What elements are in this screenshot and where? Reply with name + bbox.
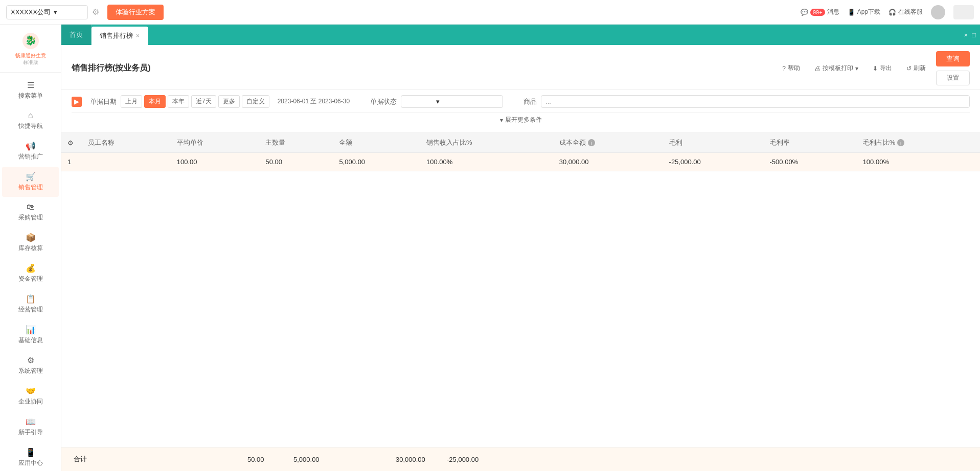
page-header: 销售排行榜(按业务员) ? 帮助 🖨 按模板打印 ▾ — [61, 45, 980, 90]
tab-home-label: 首页 — [70, 30, 83, 39]
headset-icon: 🎧 — [888, 9, 896, 16]
sidebar-item-inventory[interactable]: 📦 库存核算 — [2, 228, 59, 258]
search-menu-icon: ☰ — [27, 80, 34, 90]
th-gross-pct: 毛利占比% i — [857, 133, 980, 153]
sidebar-item-label: 基础信息 — [18, 336, 43, 345]
cell-sales-pct: 100.00% — [420, 153, 553, 171]
app-container: XXXXXX公司 ▾ ⚙ 体验行业方案 💬 99+ 消息 📱 App下载 🎧 在… — [0, 0, 980, 471]
sidebar-item-system[interactable]: ⚙ 系统管理 — [2, 350, 59, 380]
top-bar-mid: 体验行业方案 — [99, 5, 801, 20]
finance-icon: 💰 — [26, 263, 36, 273]
sidebar-item-label: 营销推广 — [18, 152, 43, 161]
filter-row: ▶ 单据日期 上月 本月 本年 近7天 更多 自定义 — [72, 95, 970, 108]
logo-sub: 标准版 — [23, 59, 38, 66]
user-name-area — [953, 5, 974, 19]
sidebar-item-finance[interactable]: 💰 资金管理 — [2, 258, 59, 288]
sidebar-item-enterprise[interactable]: 🤝 企业协同 — [2, 381, 59, 411]
period-this-year[interactable]: 本年 — [168, 95, 189, 108]
refresh-button[interactable]: ↺ 刷新 — [902, 62, 930, 75]
tab-close-icon[interactable]: × — [136, 32, 140, 39]
th-qty: 主数量 — [259, 133, 333, 153]
trial-button[interactable]: 体验行业方案 — [107, 5, 164, 20]
purchase-icon: 🛍 — [27, 203, 35, 212]
filter-area: ▶ 单据日期 上月 本月 本年 近7天 更多 自定义 — [61, 90, 980, 133]
sidebar-item-guide[interactable]: 📖 新手引导 — [2, 412, 59, 442]
expand-button[interactable]: ▾ 展开更多条件 — [500, 116, 542, 124]
app-download-area[interactable]: 📱 App下载 — [848, 8, 880, 16]
expand-icon: ▾ — [500, 117, 503, 124]
refresh-icon: ↺ — [906, 65, 911, 72]
footer-amount: 5,000.00 — [287, 453, 333, 466]
tab-sales-ranking[interactable]: 销售排行榜 × — [92, 27, 148, 45]
user-avatar[interactable] — [931, 5, 945, 19]
table-footer: 合计 50.00 5,000.00 30,000.00 -25,000.00 — [61, 447, 980, 471]
footer-cost: 30,000.00 — [390, 453, 441, 466]
inventory-icon: 📦 — [26, 233, 36, 242]
sidebar-item-sales[interactable]: 🛒 销售管理 — [2, 167, 59, 197]
period-buttons: 上月 本月 本年 近7天 更多 自定义 — [121, 95, 269, 108]
basic-icon: 📊 — [26, 325, 36, 334]
period-7days[interactable]: 近7天 — [191, 95, 216, 108]
period-this-month[interactable]: 本月 — [144, 95, 166, 108]
sidebar-item-purchase[interactable]: 🛍 采购管理 — [2, 197, 59, 227]
sidebar-logo: 🐉 畅康通好生意 标准版 — [0, 25, 61, 73]
table-container: ⚙ 员工名称 平均单价 主数量 全额 销售收入占比% 成本全额 — [61, 133, 980, 290]
th-settings: ⚙ — [61, 133, 82, 153]
sidebar-item-operation[interactable]: 📋 经营管理 — [2, 289, 59, 319]
sidebar-item-basic[interactable]: 📊 基础信息 — [2, 320, 59, 350]
status-filter-label: 单据状态 — [370, 97, 397, 106]
cost-info-icon[interactable]: i — [588, 139, 595, 146]
period-last-month[interactable]: 上月 — [121, 95, 142, 108]
sidebar-item-label: 新手引导 — [18, 428, 43, 437]
cell-qty: 50.00 — [259, 153, 333, 171]
status-select[interactable]: ▾ — [401, 95, 503, 108]
sidebar-item-label: 销售管理 — [18, 183, 43, 192]
th-cost: 成本全额 i — [553, 133, 663, 153]
cell-name — [82, 153, 171, 171]
settings-button[interactable]: 设置 — [936, 71, 970, 85]
gross-pct-info-icon[interactable]: i — [897, 139, 904, 146]
page-actions: ? 帮助 🖨 按模板打印 ▾ ⬇ 导出 — [778, 51, 970, 85]
goods-filter: 商品 ... — [523, 95, 970, 108]
logo-icon: 🐉 — [20, 31, 41, 51]
query-button[interactable]: 查询 — [936, 51, 970, 66]
sidebar-item-search[interactable]: ☰ 搜索菜单 — [2, 75, 59, 105]
print-button[interactable]: 🖨 按模板打印 ▾ — [810, 62, 862, 75]
online-service-area[interactable]: 🎧 在线客服 — [888, 8, 923, 16]
sidebar-item-marketing[interactable]: 📢 营销推广 — [2, 136, 59, 166]
settings-gear-icon[interactable]: ⚙ — [92, 7, 99, 17]
period-custom[interactable]: 自定义 — [242, 95, 269, 108]
apps-icon: 📱 — [26, 447, 36, 457]
enterprise-icon: 🤝 — [26, 386, 36, 396]
sidebar-item-label: 搜索菜单 — [18, 92, 43, 100]
sidebar-item-label: 应用中心 — [18, 459, 43, 467]
tab-home[interactable]: 首页 — [61, 25, 92, 45]
footer-label: 合计 — [67, 452, 195, 467]
message-label: 消息 — [827, 8, 839, 16]
th-gross-rate: 毛利率 — [764, 133, 857, 153]
sidebar-item-quick-nav[interactable]: ⌂ 快捷导航 — [2, 106, 59, 136]
period-more[interactable]: 更多 — [218, 95, 240, 108]
tab-window-maximize-icon[interactable]: □ — [972, 31, 976, 39]
export-button[interactable]: ⬇ 导出 — [869, 62, 896, 75]
page-content: 销售排行榜(按业务员) ? 帮助 🖨 按模板打印 ▾ — [61, 45, 980, 471]
tab-window-close-icon[interactable]: × — [964, 31, 968, 39]
print-dropdown-icon: ▾ — [855, 65, 858, 72]
date-filter-label: 单据日期 — [90, 97, 117, 106]
th-gross-pct-label: 毛利占比% — [863, 138, 896, 147]
help-button[interactable]: ? 帮助 — [778, 62, 804, 75]
goods-select[interactable]: ... — [541, 95, 970, 108]
goods-select-value: ... — [545, 98, 551, 105]
filter-collapse-button[interactable]: ▶ — [72, 97, 82, 107]
sidebar-item-apps[interactable]: 📱 应用中心 — [2, 442, 59, 471]
marketing-icon: 📢 — [26, 141, 36, 151]
expand-label: 展开更多条件 — [505, 116, 542, 124]
cell-avg-price: 100.00 — [171, 153, 260, 171]
app-download-label: App下载 — [857, 8, 880, 16]
message-icon-area[interactable]: 💬 99+ 消息 — [801, 8, 839, 16]
sidebar-item-label: 快捷导航 — [18, 122, 43, 130]
svg-text:🐉: 🐉 — [25, 35, 37, 46]
sales-icon: 🛒 — [26, 172, 36, 182]
th-avg-price: 平均单价 — [171, 133, 260, 153]
company-selector[interactable]: XXXXXX公司 ▾ — [6, 5, 88, 19]
